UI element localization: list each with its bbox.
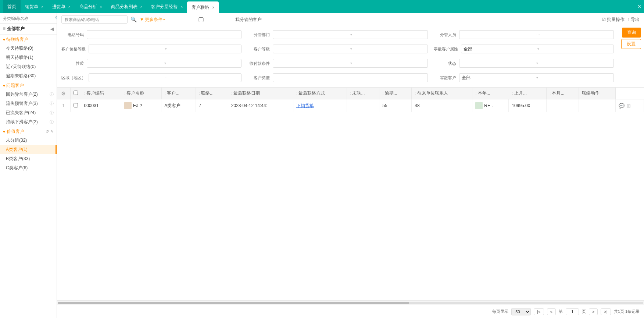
sidebar-all-customers[interactable]: ⠿ 全部客户 ◀ xyxy=(0,24,57,35)
filter-scatter-attr-row: 零散客户属性 全部 ▾ xyxy=(434,43,614,55)
per-page-label: 每页显示 xyxy=(492,309,508,314)
contact-icon-1[interactable]: 💬 xyxy=(619,103,625,109)
search-input[interactable] xyxy=(61,15,128,24)
sidebar-item-repurchase-abnormal[interactable]: 回购异常客户(2) ⓘ xyxy=(0,90,57,99)
filter-customer-type-row: 客户类型 xyxy=(247,71,427,84)
top-nav: 首页 销货单 × 进货单 × 商品分析 × 商品分析列表 × 客户分层经营 × … xyxy=(0,0,644,13)
window-close-button[interactable]: × xyxy=(638,3,641,10)
setting-button[interactable]: 设置 xyxy=(621,39,641,49)
status-label: 状态 xyxy=(434,61,458,66)
adv-filter-panel: 电话号码 分管部门 ▾ 分管人员 xyxy=(57,26,644,88)
sidebar-item-ungrouped[interactable]: 未分组(32) xyxy=(0,136,57,145)
export-icon: ↑ xyxy=(627,17,630,22)
filter-manager-row: 分管人员 ··· xyxy=(434,28,614,41)
contact-person-avatar-1 xyxy=(475,102,483,109)
col-type-header[interactable]: :客户... xyxy=(161,88,196,99)
more-conditions-btn[interactable]: ▼ 更多条件 ▾ xyxy=(140,17,165,23)
payment-chev-icon: ▾ xyxy=(350,61,425,65)
table-header-row: ⚙ :客户编码 :客户名称 :客户... xyxy=(57,88,644,99)
scatter-attr-field[interactable]: 全部 ▾ xyxy=(461,45,614,53)
first-page-button[interactable]: |< xyxy=(534,308,544,315)
payment-field[interactable]: ▾ xyxy=(273,59,427,68)
col-this-month-header[interactable]: :本月... xyxy=(547,88,579,99)
search-icon: 🔍 xyxy=(130,17,137,22)
row-contact-person-1: RE . xyxy=(472,99,509,112)
dept-field[interactable]: ▾ xyxy=(273,30,427,39)
sidebar-item-churned[interactable]: 已流失客户(24) ⓘ xyxy=(0,108,57,117)
sidebar-item-overdue-contact[interactable]: 逾期未联络(30) xyxy=(0,71,57,81)
select-all-checkbox[interactable] xyxy=(74,91,78,95)
customer-type-field[interactable] xyxy=(273,73,427,82)
sidebar-group-pending[interactable]: ▾ 待联络客户 xyxy=(0,35,57,44)
export-button[interactable]: ↑ 导出 xyxy=(627,17,640,23)
prev-page-button[interactable]: < xyxy=(547,308,556,315)
tab-customer-layer[interactable]: 客户分层经营 × xyxy=(147,0,187,13)
sidebar-item-today-contact[interactable]: 今天待联络(0) xyxy=(0,44,57,53)
batch-ops-button[interactable]: ☑ 批量操作 xyxy=(602,17,625,23)
edit-icon-value[interactable]: ✎ xyxy=(50,129,54,134)
sidebar-item-week-contact[interactable]: 近7天待联络(0) xyxy=(0,62,57,71)
row-1-checkbox[interactable] xyxy=(74,103,78,107)
sidebar-group-value[interactable]: ▾ 价值客户 ↺ ✎ xyxy=(0,127,57,136)
region-field[interactable]: ··· xyxy=(89,73,242,82)
sidebar-item-c-class[interactable]: C类客户(6) xyxy=(0,163,57,173)
manager-field[interactable]: ··· xyxy=(459,30,614,39)
col-contact-person-header[interactable]: :往来单位联系人 xyxy=(412,88,472,99)
sidebar-item-a-class[interactable]: A类客户(1) xyxy=(0,145,57,154)
sidebar-search-input[interactable] xyxy=(3,16,54,21)
my-customers-checkbox[interactable] xyxy=(168,17,234,22)
col-no-contact-header[interactable]: :未联... xyxy=(347,88,379,99)
query-button[interactable]: 查询 xyxy=(622,28,641,38)
filter-scatter-customer-row: 零散客户 全部 ▾ xyxy=(434,71,614,84)
close-customer-contact-icon[interactable]: × xyxy=(212,6,214,10)
grid-action-icon-1[interactable]: ⊞ xyxy=(627,103,631,109)
sidebar-item-tomorrow-contact[interactable]: 明天待联络(1) xyxy=(0,53,57,62)
scatter-cust-chev-icon: ▾ xyxy=(536,76,611,80)
tab-purchase[interactable]: 进货单 × xyxy=(48,0,75,13)
search-button[interactable]: 🔍 xyxy=(130,17,137,22)
row-last-contact-method-1[interactable]: 下销货单 xyxy=(293,99,347,112)
price-level-field[interactable]: ▾ xyxy=(89,45,242,53)
close-customer-layer-icon[interactable]: × xyxy=(180,5,183,9)
refresh-icon-value[interactable]: ↺ xyxy=(46,129,49,134)
last-page-button[interactable]: >| xyxy=(601,308,611,315)
gear-icon[interactable]: ⚙ xyxy=(61,91,66,96)
col-name-header[interactable]: :客户名称 xyxy=(121,88,162,99)
sidebar-item-b-class[interactable]: B类客户(33) xyxy=(0,154,57,163)
pagination-bar: 每页显示 50 20 100 |< < 第 页 > >| 共1页 1条记录 xyxy=(57,305,644,318)
next-page-button[interactable]: > xyxy=(589,308,598,315)
scrollbar-thumb[interactable] xyxy=(58,302,409,304)
tab-sales[interactable]: 销货单 × xyxy=(21,0,48,13)
tab-customer-contact[interactable]: 客户联络 × xyxy=(187,1,219,13)
customer-level-field[interactable]: ▾ xyxy=(273,45,427,53)
close-goods-list-icon[interactable]: × xyxy=(140,5,143,9)
close-purchase-icon[interactable]: × xyxy=(68,5,71,9)
page-number-input[interactable] xyxy=(566,308,579,315)
phone-field[interactable] xyxy=(87,30,242,39)
triangle-icon: ▾ xyxy=(3,37,5,42)
close-goods-analysis-icon[interactable]: × xyxy=(100,5,102,9)
col-contact-count-header[interactable]: :联络... xyxy=(196,88,228,99)
sidebar-item-declining[interactable]: 持续下滑客户(2) ⓘ xyxy=(0,117,57,127)
row-name-1[interactable]: Ea ? xyxy=(121,99,161,112)
sidebar-item-churn-warning[interactable]: 流失预警客户(3) ⓘ xyxy=(0,99,57,108)
col-last-contact-date-header[interactable]: :最后联络日期 xyxy=(228,88,293,99)
tab-home[interactable]: 首页 xyxy=(3,0,21,13)
sidebar-collapse-icon[interactable]: ◀ xyxy=(50,26,54,32)
col-last-month-header[interactable]: :上月... xyxy=(509,88,546,99)
close-sales-icon[interactable]: × xyxy=(41,5,43,9)
col-code-header[interactable]: :客户编码 xyxy=(81,88,121,99)
tab-goods-analysis[interactable]: 商品分析 × xyxy=(75,0,107,13)
triangle-icon-value: ▾ xyxy=(3,129,5,134)
status-field[interactable]: ▾ xyxy=(459,59,614,68)
per-page-select[interactable]: 50 20 100 xyxy=(511,308,531,315)
scatter-customer-field[interactable]: 全部 ▾ xyxy=(459,73,614,82)
horizontal-scrollbar[interactable] xyxy=(57,300,644,305)
my-customers-checkbox-wrap[interactable]: 我分管的客户 xyxy=(168,17,262,23)
col-this-year-header[interactable]: :本年... xyxy=(472,88,509,99)
nature-field[interactable]: ▾ xyxy=(87,59,242,68)
col-overdue-header[interactable]: :逾期... xyxy=(379,88,412,99)
col-last-contact-method-header[interactable]: :最后联络方式 xyxy=(293,88,347,99)
tab-goods-list[interactable]: 商品分析列表 × xyxy=(107,0,147,13)
sidebar-group-problem[interactable]: ▾ 问题客户 xyxy=(0,81,57,90)
